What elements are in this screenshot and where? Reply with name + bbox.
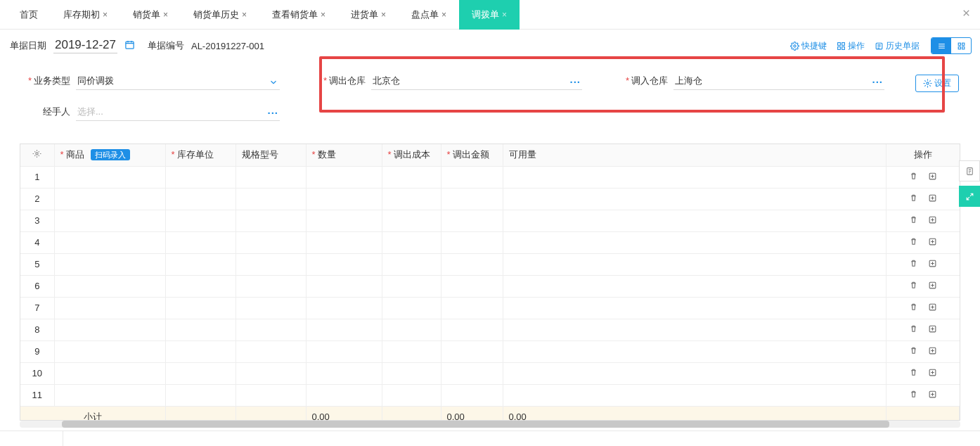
cell-cost[interactable] — [382, 210, 441, 231]
delete-row-icon[interactable] — [909, 368, 918, 379]
add-row-icon[interactable] — [928, 302, 937, 314]
cell-cost[interactable] — [382, 231, 441, 253]
cell-avail[interactable] — [503, 275, 886, 297]
view-grid-btn[interactable] — [951, 38, 971, 53]
delete-row-icon[interactable] — [909, 302, 918, 314]
table-row[interactable]: 5 — [20, 253, 960, 275]
table-row[interactable]: 6 — [20, 275, 960, 297]
cell-cost[interactable] — [382, 362, 441, 384]
h-scrollbar[interactable] — [20, 421, 960, 428]
add-row-icon[interactable] — [928, 281, 937, 292]
delete-row-icon[interactable] — [909, 390, 918, 401]
cell-cost[interactable] — [382, 319, 441, 340]
cell-qty[interactable] — [306, 384, 382, 406]
biz-type-select[interactable]: 同价调拨 — [76, 72, 280, 90]
cell-qty[interactable] — [306, 166, 382, 188]
cell-unit[interactable] — [165, 297, 236, 319]
tab-盘点单[interactable]: 盘点单× — [399, 0, 459, 30]
cell-product[interactable] — [54, 362, 165, 384]
close-icon[interactable]: × — [502, 10, 507, 20]
delete-row-icon[interactable] — [909, 346, 918, 357]
cell-cost[interactable] — [382, 275, 441, 297]
view-list-btn[interactable] — [931, 38, 951, 53]
close-icon[interactable]: × — [321, 10, 325, 20]
in-wh-select[interactable]: 上海仓 ··· — [673, 72, 884, 90]
delete-row-icon[interactable] — [909, 193, 918, 205]
cell-amount[interactable] — [441, 340, 503, 362]
h-scrollbar-thumb[interactable] — [62, 421, 889, 428]
cell-qty[interactable] — [306, 362, 382, 384]
cell-product[interactable] — [54, 210, 165, 231]
cell-product[interactable] — [54, 166, 165, 188]
table-row[interactable]: 11 — [20, 384, 960, 406]
tab-库存期初[interactable]: 库存期初× — [51, 0, 120, 30]
cell-qty[interactable] — [306, 210, 382, 231]
cell-spec[interactable] — [236, 188, 306, 210]
cell-avail[interactable] — [503, 319, 886, 340]
cell-unit[interactable] — [165, 166, 236, 188]
cell-product[interactable] — [54, 319, 165, 340]
cell-unit[interactable] — [165, 319, 236, 340]
cell-qty[interactable] — [306, 319, 382, 340]
tab-查看销货单[interactable]: 查看销货单× — [259, 0, 338, 30]
cell-spec[interactable] — [236, 362, 306, 384]
cell-product[interactable] — [54, 253, 165, 275]
table-row[interactable]: 8 — [20, 319, 960, 340]
cell-qty[interactable] — [306, 275, 382, 297]
delete-row-icon[interactable] — [909, 281, 918, 292]
cell-cost[interactable] — [382, 253, 441, 275]
table-row[interactable]: 1 — [20, 166, 960, 188]
tab-进货单[interactable]: 进货单× — [338, 0, 399, 30]
delete-row-icon[interactable] — [909, 259, 918, 270]
add-row-icon[interactable] — [928, 390, 937, 401]
add-row-icon[interactable] — [928, 324, 937, 336]
cell-spec[interactable] — [236, 231, 306, 253]
cell-product[interactable] — [54, 340, 165, 362]
cell-spec[interactable] — [236, 384, 306, 406]
cell-avail[interactable] — [503, 166, 886, 188]
close-all-tabs-icon[interactable] — [961, 8, 972, 21]
chevron-down-icon[interactable] — [269, 75, 278, 93]
notes-float-button[interactable] — [959, 160, 980, 181]
cell-spec[interactable] — [236, 275, 306, 297]
delete-row-icon[interactable] — [909, 324, 918, 336]
cell-spec[interactable] — [236, 340, 306, 362]
cell-qty[interactable] — [306, 340, 382, 362]
cell-avail[interactable] — [503, 188, 886, 210]
cell-amount[interactable] — [441, 231, 503, 253]
dots-icon[interactable]: ··· — [872, 73, 883, 91]
cell-cost[interactable] — [382, 297, 441, 319]
cell-unit[interactable] — [165, 275, 236, 297]
close-icon[interactable]: × — [163, 10, 168, 20]
add-row-icon[interactable] — [928, 172, 937, 183]
add-row-icon[interactable] — [928, 259, 937, 270]
cell-cost[interactable] — [382, 340, 441, 362]
cell-amount[interactable] — [441, 166, 503, 188]
table-row[interactable]: 9 — [20, 340, 960, 362]
cell-amount[interactable] — [441, 362, 503, 384]
cell-unit[interactable] — [165, 253, 236, 275]
actions-link[interactable]: 操作 — [837, 40, 865, 52]
table-row[interactable]: 3 — [20, 210, 960, 231]
delete-row-icon[interactable] — [909, 237, 918, 248]
shortcuts-link[interactable]: 快捷键 — [790, 40, 827, 52]
cell-unit[interactable] — [165, 231, 236, 253]
handler-select[interactable]: 选择... ··· — [76, 103, 280, 121]
cell-unit[interactable] — [165, 384, 236, 406]
cell-avail[interactable] — [503, 362, 886, 384]
close-icon[interactable]: × — [441, 10, 446, 20]
add-row-icon[interactable] — [928, 237, 937, 248]
history-link[interactable]: 历史单据 — [875, 40, 920, 52]
delete-row-icon[interactable] — [909, 172, 918, 183]
cell-product[interactable] — [54, 297, 165, 319]
cell-spec[interactable] — [236, 253, 306, 275]
cell-spec[interactable] — [236, 297, 306, 319]
cell-cost[interactable] — [382, 166, 441, 188]
cell-amount[interactable] — [441, 188, 503, 210]
calendar-icon[interactable] — [124, 39, 135, 52]
cell-cost[interactable] — [382, 188, 441, 210]
cell-amount[interactable] — [441, 384, 503, 406]
add-row-icon[interactable] — [928, 368, 937, 379]
cell-avail[interactable] — [503, 210, 886, 231]
cell-avail[interactable] — [503, 340, 886, 362]
